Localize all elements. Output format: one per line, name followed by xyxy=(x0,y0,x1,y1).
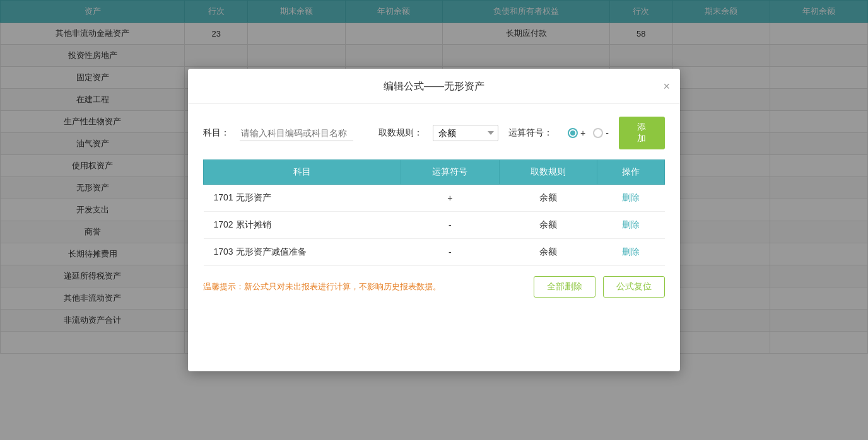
formula-operator: + xyxy=(401,185,500,212)
rule-select-wrap: 余额 借方 贷方 借方发生额 贷方发生额 xyxy=(433,125,498,141)
formula-action: 删除 xyxy=(597,239,665,266)
rule-label: 取数规则： xyxy=(378,127,423,139)
reset-button[interactable]: 公式复位 xyxy=(603,276,665,298)
operator-label: 运算符号： xyxy=(508,127,553,139)
formula-rule: 余额 xyxy=(499,212,597,239)
modal-title: 编辑公式——无形资产 xyxy=(384,81,484,91)
formula-subject: 1703 无形资产减值准备 xyxy=(204,239,401,266)
formula-operator: - xyxy=(401,212,500,239)
radio-minus-icon xyxy=(593,128,603,138)
delete-row-button[interactable]: 删除 xyxy=(622,219,640,231)
delete-all-button[interactable]: 全部删除 xyxy=(534,276,595,298)
delete-row-button[interactable]: 删除 xyxy=(622,192,640,204)
modal-dialog: 编辑公式——无形资产 × 科目： 取数规则： 余额 借方 贷方 借方发生额 贷方… xyxy=(188,69,680,371)
tip-text: 温馨提示：新公式只对未出报表进行计算，不影响历史报表数据。 xyxy=(203,281,441,292)
form-row: 科目： 取数规则： 余额 借方 贷方 借方发生额 贷方发生额 运算符号： + xyxy=(188,104,680,159)
operator-plus-radio[interactable]: + xyxy=(568,128,585,138)
rule-select[interactable]: 余额 借方 贷方 借方发生额 贷方发生额 xyxy=(433,125,498,141)
close-button[interactable]: × xyxy=(663,81,670,92)
subject-input[interactable] xyxy=(240,125,353,141)
delete-row-button[interactable]: 删除 xyxy=(622,246,640,258)
formula-subject: 1702 累计摊销 xyxy=(204,212,401,239)
modal-footer: 温馨提示：新公式只对未出报表进行计算，不影响历史报表数据。 全部删除 公式复位 xyxy=(188,266,680,298)
formula-subject: 1701 无形资产 xyxy=(204,185,401,212)
formula-table: 科目 运算符号 取数规则 操作 1701 无形资产+余额删除1702 累计摊销-… xyxy=(203,159,665,266)
col-operator: 运算符号 xyxy=(401,160,500,185)
radio-plus-icon xyxy=(568,128,578,138)
col-rule: 取数规则 xyxy=(499,160,597,185)
footer-buttons: 全部删除 公式复位 xyxy=(534,276,665,298)
table-header-row: 科目 运算符号 取数规则 操作 xyxy=(204,160,665,185)
modal-header: 编辑公式——无形资产 × xyxy=(188,69,680,104)
operator-minus-radio[interactable]: - xyxy=(593,128,609,138)
modal-overlay: 编辑公式——无形资产 × 科目： 取数规则： 余额 借方 贷方 借方发生额 贷方… xyxy=(0,0,868,440)
col-subject: 科目 xyxy=(204,160,401,185)
add-button[interactable]: 添加 xyxy=(619,117,665,149)
operator-group: + - xyxy=(568,128,609,138)
formula-rule: 余额 xyxy=(499,239,597,266)
data-table-wrap: 科目 运算符号 取数规则 操作 1701 无形资产+余额删除1702 累计摊销-… xyxy=(188,159,680,266)
formula-operator: - xyxy=(401,239,500,266)
operator-minus-label: - xyxy=(606,128,609,138)
formula-action: 删除 xyxy=(597,185,665,212)
list-item: 1701 无形资产+余额删除 xyxy=(204,185,665,212)
formula-rule: 余额 xyxy=(499,185,597,212)
subject-label: 科目： xyxy=(203,127,230,139)
formula-action: 删除 xyxy=(597,212,665,239)
operator-plus-label: + xyxy=(580,128,585,138)
list-item: 1703 无形资产减值准备-余额删除 xyxy=(204,239,665,266)
list-item: 1702 累计摊销-余额删除 xyxy=(204,212,665,239)
col-action: 操作 xyxy=(597,160,665,185)
